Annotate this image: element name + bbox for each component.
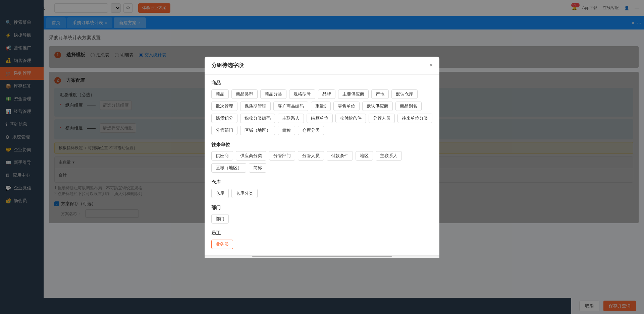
field-region2[interactable]: 地区	[356, 151, 373, 161]
field-payment-terms2[interactable]: 付款条件	[327, 151, 353, 161]
section-warehouse: 仓库 仓库 仓库分类	[211, 179, 433, 198]
field-dept[interactable]: 分管部门	[211, 126, 237, 135]
section-employee: 员工 业务员	[211, 230, 433, 249]
modal-header: 分组待选字段 ×	[205, 57, 439, 75]
field-main-contact[interactable]: 主联系人	[278, 114, 304, 123]
field-goods-category[interactable]: 商品分类	[260, 89, 286, 99]
field-goods-alias[interactable]: 商品别名	[395, 102, 422, 111]
field-warehouse[interactable]: 仓库	[211, 189, 229, 198]
section-partner-title: 往来单位	[211, 142, 433, 148]
field-warehouse-cat[interactable]: 仓库分类	[298, 126, 324, 135]
field-area2[interactable]: 区域（地区）	[211, 163, 246, 173]
employee-field-grid: 业务员	[211, 240, 433, 249]
field-abbr2[interactable]: 简称	[249, 163, 266, 173]
field-weight3[interactable]: 重量3	[311, 102, 331, 111]
field-customer-code[interactable]: 客户商品编码	[273, 102, 308, 111]
section-department: 部门 部门	[211, 205, 433, 224]
field-goods[interactable]: 商品	[211, 89, 229, 99]
dept-field-grid: 部门	[211, 214, 433, 224]
field-select-modal: 分组待选字段 × 商品 商品 商品类型 商品分类 规格型号 品牌 主要供应商 产…	[205, 57, 439, 258]
field-default-supplier[interactable]: 默认供应商	[362, 102, 393, 111]
field-manager[interactable]: 分管人员	[369, 114, 395, 123]
field-dept2[interactable]: 分管部门	[269, 151, 295, 161]
field-expiry-mgmt[interactable]: 保质期管理	[240, 102, 271, 111]
field-batch-mgmt[interactable]: 批次管理	[211, 102, 237, 111]
field-supplier[interactable]: 供应商	[211, 151, 233, 161]
field-payment-terms[interactable]: 收付款条件	[335, 114, 366, 123]
modal-body[interactable]: 商品 商品 商品类型 商品分类 规格型号 品牌 主要供应商 产地 默认仓库 批次…	[205, 75, 439, 255]
modal-overlay: 分组待选字段 × 商品 商品 商品类型 商品分类 规格型号 品牌 主要供应商 产…	[0, 0, 644, 314]
section-department-title: 部门	[211, 205, 433, 211]
modal-title: 分组待选字段	[211, 62, 244, 69]
modal-close-button[interactable]: ×	[430, 62, 433, 68]
field-main-contact2[interactable]: 主联系人	[376, 151, 402, 161]
field-settlement-unit[interactable]: 结算单位	[307, 114, 333, 123]
field-department[interactable]: 部门	[211, 214, 229, 224]
field-abbr[interactable]: 简称	[278, 126, 295, 135]
goods-field-grid: 商品 商品类型 商品分类 规格型号 品牌 主要供应商 产地 默认仓库 批次管理 …	[211, 89, 433, 135]
partner-field-grid: 供应商 供应商分类 分管部门 分管人员 付款条件 地区 主联系人 区域（地区） …	[211, 151, 433, 173]
field-retail-unit[interactable]: 零售单位	[333, 102, 360, 111]
field-goods-type[interactable]: 商品类型	[231, 89, 258, 99]
modal-hscrollbar[interactable]	[205, 255, 439, 258]
field-salesperson[interactable]: 业务员	[211, 240, 233, 249]
field-supplier-cat[interactable]: 供应商分类	[236, 151, 266, 161]
warehouse-field-grid: 仓库 仓库分类	[211, 189, 433, 198]
field-origin[interactable]: 产地	[371, 89, 389, 99]
field-region[interactable]: 区域（地区）	[240, 126, 275, 135]
field-tax-code[interactable]: 税收分类编码	[240, 114, 275, 123]
field-warehouse-category[interactable]: 仓库分类	[231, 189, 258, 198]
field-brand[interactable]: 品牌	[318, 89, 335, 99]
field-default-warehouse[interactable]: 默认仓库	[391, 89, 418, 99]
section-goods: 商品 商品 商品类型 商品分类 规格型号 品牌 主要供应商 产地 默认仓库 批次…	[211, 80, 433, 135]
field-main-supplier[interactable]: 主要供应商	[338, 89, 369, 99]
section-partner: 往来单位 供应商 供应商分类 分管部门 分管人员 付款条件 地区 主联系人 区域…	[211, 142, 433, 173]
section-goods-title: 商品	[211, 80, 433, 86]
section-employee-title: 员工	[211, 230, 433, 236]
field-pick-points[interactable]: 拣货积分	[211, 114, 237, 123]
section-warehouse-title: 仓库	[211, 179, 433, 185]
field-partner-category[interactable]: 往来单位分类	[397, 114, 432, 123]
field-manager2[interactable]: 分管人员	[298, 151, 324, 161]
field-spec-model[interactable]: 规格型号	[289, 89, 315, 99]
